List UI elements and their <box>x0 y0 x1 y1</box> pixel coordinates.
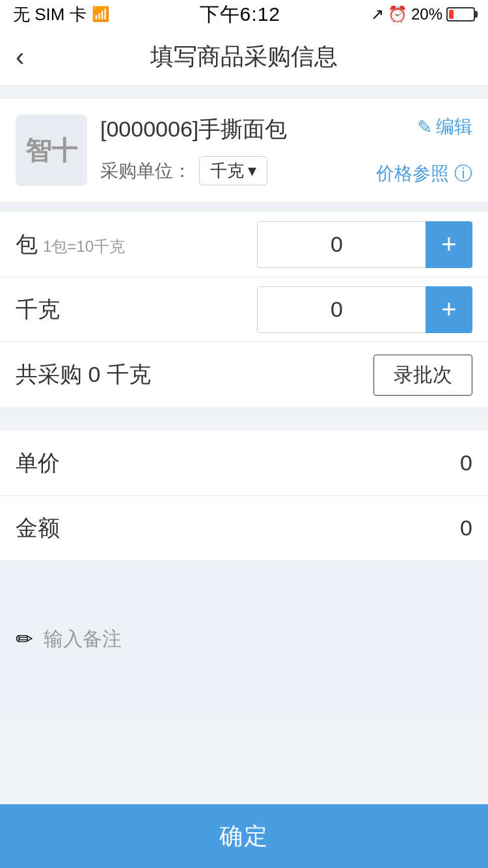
remark-placeholder: 输入备注 <box>44 626 122 653</box>
kg-input[interactable] <box>257 286 426 333</box>
no-sim-label: 无 SIM 卡 <box>13 3 87 26</box>
page-title: 填写商品采购信息 <box>150 41 338 73</box>
help-icon: ⓘ <box>454 161 472 186</box>
summary-row: 共采购 0 千克 录批次 <box>0 342 488 407</box>
amount-value: 0 <box>460 515 472 541</box>
kg-label: 千克 <box>16 295 133 325</box>
bao-input-row: 包1包=10千克 + <box>0 212 488 277</box>
status-right: ↗ ⏰ 20% <box>371 5 475 23</box>
bao-label: 包1包=10千克 <box>16 230 133 260</box>
input-section: 包1包=10千克 + 千克 + <box>0 212 488 342</box>
bao-input[interactable] <box>257 221 426 268</box>
status-left: 无 SIM 卡 📶 <box>13 3 109 26</box>
edit-button[interactable]: ✎ 编辑 <box>417 115 472 139</box>
bao-sublabel: 1包=10千克 <box>43 237 125 255</box>
bao-plus-button[interactable]: + <box>426 221 472 268</box>
kg-plus-button[interactable]: + <box>426 286 472 333</box>
kg-field-wrap: + <box>133 286 472 333</box>
battery-percent: 20% <box>411 5 442 23</box>
amount-row: 金额 0 <box>0 496 488 561</box>
remark-area[interactable]: ✏ 输入备注 <box>0 561 488 717</box>
unit-value: 千克 <box>210 159 244 182</box>
unit-select[interactable]: 千克 ▾ <box>199 156 267 185</box>
unit-price-row: 单价 0 <box>0 431 488 496</box>
edit-icon: ✎ <box>417 116 432 138</box>
kg-input-row: 千克 + <box>0 277 488 342</box>
confirm-button[interactable]: 确定 <box>0 804 488 868</box>
section-divider-1 <box>0 202 488 212</box>
battery-icon <box>446 7 475 21</box>
wifi-icon: 📶 <box>92 6 109 23</box>
info-section: 单价 0 金额 0 <box>0 431 488 561</box>
amount-label: 金额 <box>16 513 60 543</box>
nav-bar: ‹ 填写商品采购信息 <box>0 29 488 86</box>
batch-button[interactable]: 录批次 <box>373 355 472 396</box>
summary-text: 共采购 0 千克 <box>16 360 151 390</box>
status-time: 下午6:12 <box>200 1 280 28</box>
alarm-icon: ⏰ <box>388 5 407 23</box>
unit-price-label: 单价 <box>16 448 60 478</box>
location-icon: ↗ <box>371 5 384 23</box>
product-card: 智十 [0000006]手撕面包 采购单位： 千克 ▾ ✎ 编辑 价格参照 ⓘ <box>0 99 488 202</box>
product-logo: 智十 <box>25 133 77 169</box>
edit-label: 编辑 <box>436 115 472 139</box>
unit-label: 采购单位： <box>100 159 191 183</box>
price-ref-button[interactable]: 价格参照 ⓘ <box>376 161 472 186</box>
chevron-down-icon: ▾ <box>248 161 256 181</box>
back-button[interactable]: ‹ <box>16 42 24 72</box>
unit-price-value: 0 <box>460 450 472 476</box>
bao-field-wrap: + <box>133 221 472 268</box>
product-image: 智十 <box>16 115 87 186</box>
section-divider-2 <box>0 407 488 418</box>
pencil-icon: ✏ <box>16 627 33 651</box>
price-ref-label: 价格参照 <box>376 161 449 186</box>
status-bar: 无 SIM 卡 📶 下午6:12 ↗ ⏰ 20% <box>0 0 488 29</box>
